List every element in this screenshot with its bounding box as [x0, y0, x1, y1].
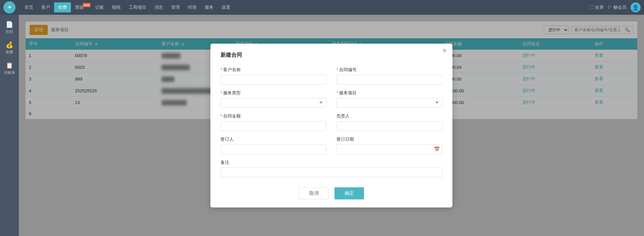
label-service-item: * 服务项目 — [336, 90, 442, 96]
nav-item-settings[interactable]: 设置 — [217, 2, 234, 12]
nav-item-manage[interactable]: 管理 — [167, 2, 184, 12]
field-amount: * 合同金额 0.00 — [220, 113, 326, 131]
nav-item-operation[interactable]: 经营 — [184, 2, 201, 12]
nav-item-tax[interactable]: 报税 — [108, 2, 125, 12]
main-layout: 📄 合同 💰 收费 📋 对账单 新增 服务项目 进行中 已完成 已终止 — [0, 15, 644, 236]
income-icon: 💰 — [2, 41, 16, 49]
label-sign-date: 签订日期 — [336, 136, 442, 142]
select-service-type[interactable] — [220, 98, 326, 108]
label-signer: 签订人 — [220, 136, 326, 142]
select-service-item[interactable] — [336, 98, 442, 108]
logo-icon: ✦ — [3, 1, 15, 13]
input-amount[interactable]: 0.00 — [220, 121, 326, 131]
form-grid: * 客户名称 * 合同编号 — [220, 67, 442, 177]
nav-item-invoice[interactable]: 收费 — [54, 2, 71, 12]
cancel-button[interactable]: 取消 — [299, 187, 329, 199]
modal-close-button[interactable]: ✕ — [442, 48, 447, 54]
field-signer: 签订人 — [220, 136, 326, 154]
sidebar-item-contract[interactable]: 📄 合同 — [1, 18, 18, 37]
field-contract-no: * 合同编号 — [336, 67, 442, 85]
nav-item-home[interactable]: 首页 — [21, 2, 37, 12]
modal-overlay: ✕ 新建合同 * 客户名称 * 合同 — [19, 15, 644, 236]
label-customer-name: * 客户名称 — [220, 67, 326, 73]
field-remark: 备注 — [220, 159, 442, 177]
modal-title: 新建合同 — [220, 52, 442, 59]
field-service-type: * 服务类型 — [220, 90, 326, 108]
label-contract-no: * 合同编号 — [336, 67, 442, 73]
sign-date-wrapper: 2023-06-06 📅 — [336, 144, 442, 154]
input-responsible-person[interactable] — [336, 121, 442, 131]
nav-item-service[interactable]: 服务 — [201, 2, 217, 12]
content-area: 新增 服务项目 进行中 已完成 已终止 🔍 — [19, 15, 644, 236]
statement-icon: 📋 — [2, 62, 16, 69]
modal-new-contract: ✕ 新建合同 * 客户名称 * 合同 — [210, 44, 452, 207]
input-customer-name[interactable] — [220, 75, 326, 85]
nav-item-business[interactable]: 工商项目 — [125, 2, 150, 12]
confirm-button[interactable]: 确定 — [334, 187, 364, 199]
user-avatar[interactable]: 👤 — [631, 2, 641, 12]
sidebar-item-income-label: 收费 — [6, 50, 13, 54]
nav-item-customer[interactable]: 客户 — [37, 2, 54, 12]
field-customer-name: * 客户名称 — [220, 67, 326, 85]
sidebar-item-statement-label: 对账单 — [4, 70, 15, 75]
top-nav: ✦ 首页 客户 收费 票据 new 记账 报税 工商项目 消息 管理 经营 服务… — [0, 0, 644, 15]
label-service-type: * 服务类型 — [220, 90, 326, 96]
field-sign-date: 签订日期 2023-06-06 📅 — [336, 136, 442, 154]
field-service-item: * 服务项目 — [336, 90, 442, 108]
label-responsible-person: 负责人 — [336, 113, 442, 119]
label-remark: 备注 — [220, 159, 442, 166]
sidebar: 📄 合同 💰 收费 📋 对账单 — [0, 15, 19, 236]
nav-item-bookkeeping[interactable]: 记账 — [91, 2, 108, 12]
input-remark[interactable] — [220, 168, 442, 177]
nav-items: 首页 客户 收费 票据 new 记账 报税 工商项目 消息 管理 经营 服务 设… — [21, 2, 590, 12]
modal-footer: 取消 确定 — [220, 187, 442, 199]
calendar-icon[interactable]: 📅 — [434, 146, 440, 152]
nav-right: ⛶ 全屏 ▷ 畅会员 👤 — [590, 2, 641, 12]
contract-icon: 📄 — [2, 21, 16, 28]
sidebar-item-income[interactable]: 💰 收费 — [1, 39, 18, 57]
input-sign-date[interactable]: 2023-06-06 — [336, 144, 442, 154]
sidebar-item-contract-label: 合同 — [6, 30, 13, 34]
field-responsible-person: 负责人 — [336, 113, 442, 131]
input-contract-no[interactable] — [336, 75, 442, 85]
label-amount: * 合同金额 — [220, 113, 326, 119]
nav-item-ticket[interactable]: 票据 new — [71, 2, 91, 12]
nav-item-message[interactable]: 消息 — [150, 2, 167, 12]
member-button[interactable]: ▷ 畅会员 — [608, 4, 627, 10]
sidebar-item-statement[interactable]: 📋 对账单 — [1, 59, 18, 78]
fullscreen-button[interactable]: ⛶ 全屏 — [590, 4, 604, 10]
new-badge: new — [83, 3, 90, 7]
input-signer[interactable] — [220, 144, 326, 154]
